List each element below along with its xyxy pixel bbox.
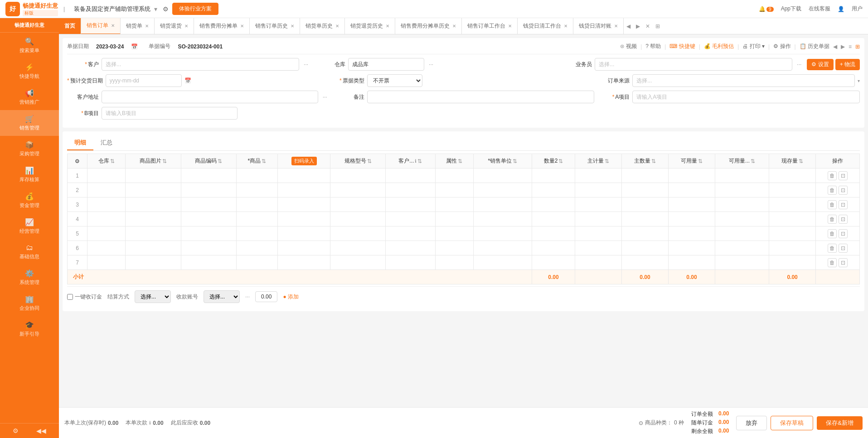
sidebar-item-inventory[interactable]: 📊 库存核算 [0,162,59,188]
cell-spec-4[interactable] [330,212,385,226]
copy-row-2[interactable]: ⊡ [839,186,848,195]
tab-summary[interactable]: 汇总 [93,136,120,150]
cell-attributes-4[interactable] [435,212,473,226]
tab-close-all-btn[interactable]: ✕ [643,23,653,29]
cell-current-stock-7[interactable] [769,255,816,270]
sort-customer-code-icon[interactable]: ⇅ [417,158,422,164]
cell-qty2-5[interactable] [532,226,575,241]
cell-available2-1[interactable] [715,168,769,183]
cell-main-qty-4[interactable] [621,212,668,226]
add-material-btn[interactable]: + 物流 [835,59,860,70]
sidebar-collapse-icon[interactable]: ◀◀ [36,427,46,434]
tab-order-history-close[interactable]: ✕ [291,24,294,29]
cell-main-unit-4[interactable] [575,212,621,226]
tab-sales-order-close[interactable]: ✕ [111,23,115,28]
cell-attributes-3[interactable] [435,197,473,212]
tab-refund-history[interactable]: 销货退货历史 ✕ [345,18,395,34]
this-order-info-icon[interactable]: ℹ [149,420,151,425]
cell-available2-2[interactable] [715,183,769,197]
cell-current-stock-2[interactable] [769,183,816,197]
cell-warehouse-1[interactable] [87,168,126,183]
cell-product-code-4[interactable] [181,212,236,226]
settings-btn[interactable]: ⚙ 设置 [807,59,833,70]
cell-main-unit-6[interactable] [575,241,621,255]
sort-warehouse-icon[interactable]: ⇅ [110,158,115,164]
cell-product-code-2[interactable] [181,183,236,197]
history-link[interactable]: 📋 历史单据 [800,43,829,50]
sidebar-item-search[interactable]: 🔍 搜索菜单 [0,33,59,58]
cell-spec-7[interactable] [330,255,385,270]
user-name[interactable]: 用户 [852,5,863,13]
delete-row-3[interactable]: 🗑 [828,200,837,209]
view-link[interactable]: ⊙ 视频 [620,43,637,50]
cell-qty2-7[interactable] [532,255,575,270]
cell-product-code-7[interactable] [181,255,236,270]
cell-product-5[interactable] [236,226,277,241]
copy-row-1[interactable]: ⊡ [839,171,848,180]
address-more-btn[interactable]: ··· [321,94,329,100]
cell-available2-3[interactable] [715,197,769,212]
sort-product-icon[interactable]: ⇅ [262,158,266,164]
salesperson-input[interactable] [595,58,792,71]
cell-sales-unit-5[interactable] [473,226,532,241]
cell-available-2[interactable] [668,183,715,197]
cell-product-code-5[interactable] [181,226,236,241]
notification-bell[interactable]: 🔔9 [759,6,774,12]
cell-current-stock-5[interactable] [769,226,816,241]
cell-main-unit-1[interactable] [575,168,621,183]
cell-sales-unit-6[interactable] [473,241,532,255]
settings-icon[interactable]: ⚙ [163,5,169,13]
copy-row-6[interactable]: ⊡ [839,244,848,253]
tab-return-history-close[interactable]: ✕ [335,24,339,29]
online-service[interactable]: 在线客服 [809,5,830,13]
cell-available-1[interactable] [668,168,715,183]
delete-row-7[interactable]: 🗑 [828,258,837,267]
tab-order-history[interactable]: 销售订单历史 ✕ [250,18,300,34]
sort-main-unit-icon[interactable]: ⇅ [605,158,609,164]
cell-main-unit-7[interactable] [575,255,621,270]
cell-product-6[interactable] [236,241,277,255]
cell-main-unit-3[interactable] [575,197,621,212]
cell-sales-unit-7[interactable] [473,255,532,270]
copy-row-3[interactable]: ⊡ [839,200,848,209]
cell-available2-4[interactable] [715,212,769,226]
cell-main-qty-7[interactable] [621,255,668,270]
tab-fee-split-close[interactable]: ✕ [240,24,244,29]
receipt-num-select[interactable]: 选择... [204,290,240,303]
tab-refund-history-close[interactable]: ✕ [386,24,389,29]
copy-row-4[interactable]: ⊡ [839,215,848,224]
cell-available-3[interactable] [668,197,715,212]
sidebar-item-operations[interactable]: 📈 经营管理 [0,213,59,239]
list-view-icon[interactable]: ≡ [849,43,852,50]
grid-view-icon[interactable]: ⊞ [855,43,860,50]
sidebar-item-beginner[interactable]: 🎓 新手引导 [0,316,59,342]
sort-qty2-icon[interactable]: ⇅ [558,158,563,164]
payment-method-select[interactable]: 选择... [135,290,171,303]
sort-spec-icon[interactable]: ⇅ [367,158,372,164]
cell-available2-7[interactable] [715,255,769,270]
cell-customer-code-3[interactable] [386,197,435,212]
cell-available2-6[interactable] [715,241,769,255]
customer-more-btn[interactable]: ··· [302,61,310,67]
sidebar-item-basic-info[interactable]: 🗂 基础信息 [0,239,59,265]
cell-available-4[interactable] [668,212,715,226]
cell-attributes-2[interactable] [435,183,473,197]
customer-input[interactable] [102,58,299,71]
help-link[interactable]: ? 帮助 [645,43,661,50]
nav-prev-icon[interactable]: ◀ [833,43,837,50]
cell-spec-6[interactable] [330,241,385,255]
cell-sales-unit-4[interactable] [473,212,532,226]
cell-spec-2[interactable] [330,183,385,197]
date-picker-icon[interactable]: 📅 [131,43,138,50]
cell-current-stock-4[interactable] [769,212,816,226]
tab-fee-split[interactable]: 销售费用分摊单 ✕ [194,18,250,34]
tab-fee-split-history-close[interactable]: ✕ [452,24,456,29]
cell-customer-code-6[interactable] [386,241,435,255]
order-source-input[interactable] [632,74,855,87]
cell-product-img-2[interactable] [126,183,181,197]
cell-qty2-2[interactable] [532,183,575,197]
tab-sales-order[interactable]: 销售订单 ✕ [81,18,121,34]
sort-attributes-icon[interactable]: ⇅ [458,158,462,164]
cell-spec-5[interactable] [330,226,385,241]
tab-return-history[interactable]: 销货单历史 ✕ [300,18,345,34]
